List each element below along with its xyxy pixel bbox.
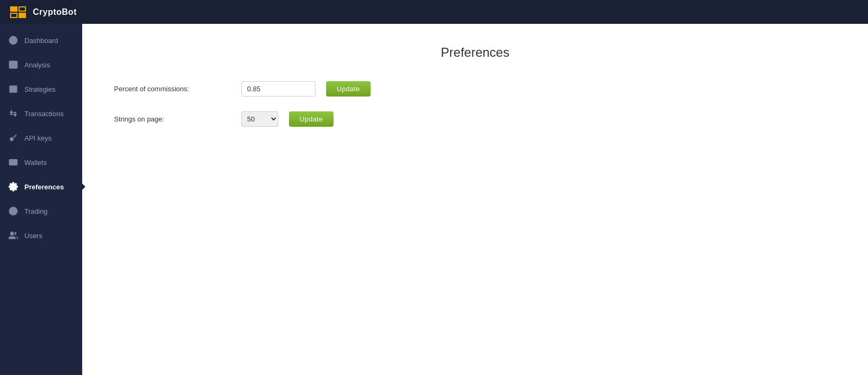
sidebar-label-users: Users [24, 232, 42, 240]
logo-sq-4 [19, 13, 26, 18]
sidebar-item-wallets[interactable]: Wallets [0, 150, 82, 175]
sidebar-item-transactions[interactable]: Transactions [0, 101, 82, 126]
logo-sq-2 [19, 6, 26, 12]
page-title: Preferences [114, 45, 836, 60]
sidebar-label-preferences: Preferences [24, 183, 64, 191]
sidebar-label-transactions: Transactions [24, 110, 64, 118]
sidebar-item-trading[interactable]: Trading [0, 199, 82, 223]
logo-sq-1 [10, 6, 17, 12]
sidebar: Dashboard Analysis Strategies [0, 24, 82, 375]
sidebar-item-users[interactable]: Users [0, 223, 82, 248]
logo-sq-3 [10, 13, 17, 18]
sidebar-label-wallets: Wallets [24, 159, 47, 167]
sidebar-item-dashboard[interactable]: Dashboard [0, 28, 82, 53]
sidebar-label-dashboard: Dashboard [24, 37, 58, 45]
logo-icon [8, 5, 28, 20]
preferences-form: Percent of commissions: Update Strings o… [114, 81, 485, 127]
commission-update-button[interactable]: Update [326, 81, 371, 97]
preferences-icon [8, 182, 18, 191]
content-area: Preferences Percent of commissions: Upda… [82, 24, 868, 375]
top-header: CryptoBot [0, 0, 868, 24]
sidebar-item-api-keys[interactable]: API keys [0, 126, 82, 150]
sidebar-item-strategies[interactable]: Strategies [0, 77, 82, 101]
sidebar-label-analysis: Analysis [24, 61, 50, 69]
sidebar-label-api-keys: API keys [24, 134, 51, 142]
sidebar-label-trading: Trading [24, 207, 48, 215]
trading-icon [8, 206, 18, 216]
api-keys-icon [8, 133, 18, 143]
app-title: CryptoBot [33, 7, 77, 17]
analysis-icon [8, 60, 18, 69]
strings-select[interactable]: 10 25 50 100 200 [241, 111, 278, 127]
users-icon [8, 231, 18, 240]
dashboard-icon [8, 36, 18, 45]
commission-input[interactable] [241, 81, 315, 97]
strings-label: Strings on page: [114, 115, 231, 123]
svg-rect-1 [10, 61, 17, 68]
svg-point-6 [11, 232, 14, 235]
strings-row: Strings on page: 10 25 50 100 200 Update [114, 111, 485, 127]
svg-rect-4 [10, 160, 17, 165]
sidebar-item-preferences[interactable]: Preferences [0, 175, 82, 199]
main-layout: Dashboard Analysis Strategies [0, 24, 868, 375]
wallets-icon [8, 158, 18, 167]
strategies-icon [8, 84, 18, 94]
commission-row: Percent of commissions: Update [114, 81, 485, 97]
transactions-icon [8, 109, 18, 118]
sidebar-label-strategies: Strategies [24, 85, 56, 93]
logo-container: CryptoBot [8, 5, 77, 20]
strings-update-button[interactable]: Update [289, 111, 334, 127]
svg-point-3 [10, 137, 13, 141]
sidebar-item-analysis[interactable]: Analysis [0, 53, 82, 77]
commission-label: Percent of commissions: [114, 85, 231, 93]
